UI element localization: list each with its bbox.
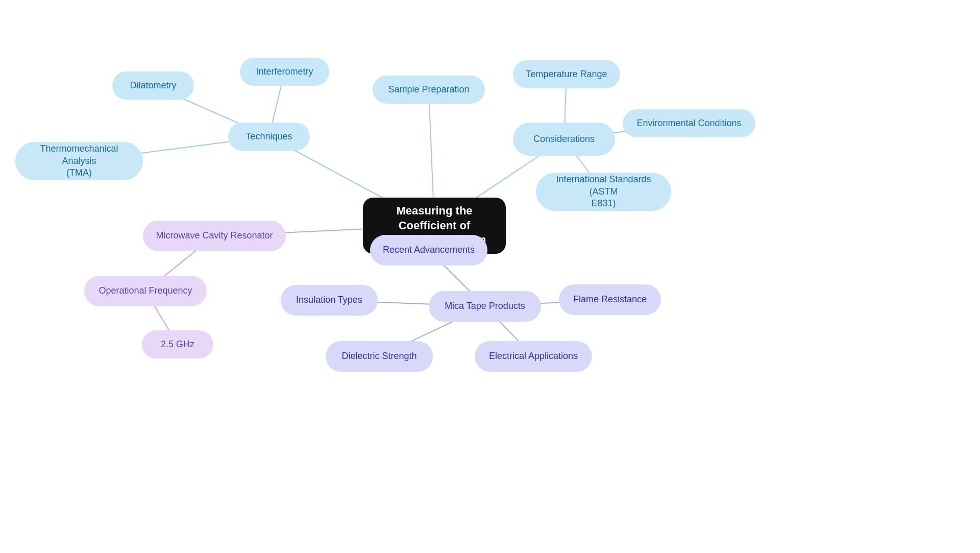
node-microwave: Microwave Cavity Resonator (143, 221, 286, 251)
node-op-freq: Operational Frequency (84, 276, 207, 306)
node-dielectric: Dielectric Strength (326, 341, 433, 372)
node-label: Sample Preparation (388, 84, 469, 95)
node-ghz: 2.5 GHz (142, 330, 213, 358)
node-dilatometry: Dilatometry (112, 71, 194, 100)
node-label: Insulation Types (296, 294, 362, 306)
node-sample-prep: Sample Preparation (373, 76, 485, 104)
node-elec-apps: Electrical Applications (475, 341, 592, 372)
node-env-conditions: Environmental Conditions (623, 109, 755, 137)
node-considerations: Considerations (513, 123, 615, 156)
node-label: Microwave Cavity Resonator (156, 230, 273, 242)
node-interferometry: Interferometry (240, 58, 329, 86)
node-label: Considerations (533, 133, 595, 145)
node-label: Electrical Applications (489, 350, 578, 362)
node-label: Mica Tape Products (445, 300, 525, 312)
node-label: Environmental Conditions (636, 117, 741, 129)
node-label: 2.5 GHz (161, 339, 194, 350)
node-tma: Thermomechanical Analysis(TMA) (15, 142, 143, 180)
node-label: Operational Frequency (99, 285, 192, 297)
node-insulation: Insulation Types (281, 285, 378, 316)
node-label: Flame Resistance (573, 294, 647, 305)
node-label: Dilatometry (130, 80, 176, 91)
node-techniques: Techniques (228, 123, 310, 151)
node-flame-res: Flame Resistance (559, 284, 661, 315)
node-temp-range: Temperature Range (513, 60, 620, 88)
node-label: Dielectric Strength (341, 350, 416, 362)
node-label: Recent Advancements (383, 244, 475, 256)
node-label: International Standards (ASTME831) (546, 174, 661, 209)
node-label: Techniques (246, 131, 292, 142)
node-recent-adv: Recent Advancements (370, 235, 487, 266)
node-intl-standards: International Standards (ASTME831) (536, 173, 671, 211)
node-label: Interferometry (256, 66, 313, 78)
node-label: Thermomechanical Analysis(TMA) (26, 143, 133, 179)
node-label: Temperature Range (526, 68, 607, 80)
node-mica-tape: Mica Tape Products (429, 291, 541, 322)
